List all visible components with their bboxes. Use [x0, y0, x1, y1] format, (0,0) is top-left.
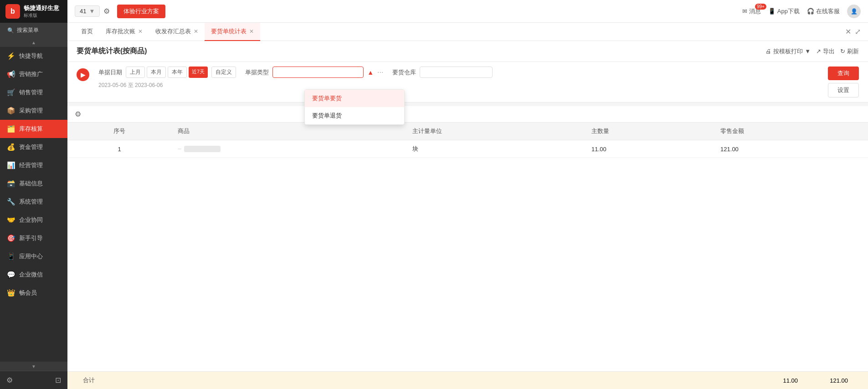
wechat-icon: 💬 — [6, 270, 15, 279]
store-name: 41 — [80, 8, 86, 15]
online-service-button[interactable]: 🎧 在线客服 — [807, 7, 840, 15]
tab-expand-icon[interactable]: ⤢ — [855, 27, 861, 36]
collapse-icon[interactable]: ⊡ — [55, 376, 61, 384]
message-button[interactable]: ✉ 消息 99+ — [742, 7, 761, 15]
date-tab-shang[interactable]: 上月 — [126, 67, 145, 78]
cell-seq: 1 — [67, 140, 171, 158]
service-label: 在线客服 — [816, 7, 840, 15]
date-range-display: 2023-05-06 至 2023-06-06 — [98, 82, 236, 89]
sidebar-scroll-down[interactable]: ▼ — [0, 362, 67, 371]
trial-button[interactable]: 体验行业方案 — [117, 5, 165, 18]
sidebar-item-purchase[interactable]: 📦 采购管理 — [0, 102, 67, 120]
sidebar-item-enterprise[interactable]: 🤝 企业协同 — [0, 211, 67, 229]
product-cell — [178, 146, 400, 152]
store-selector[interactable]: 41 ▼ — [75, 5, 100, 17]
col-seq: 序号 — [67, 123, 171, 140]
sidebar-item-finance[interactable]: 💰 资金管理 — [0, 138, 67, 156]
type-filter-input[interactable] — [272, 67, 364, 78]
cell-unit: 块 — [406, 140, 585, 158]
sidebar-scroll-up[interactable]: ▲ — [0, 38, 67, 47]
filter-dots-icon[interactable]: ··· — [377, 68, 383, 77]
topbar-right: ✉ 消息 99+ 📱 App下载 🎧 在线客服 👤 — [742, 5, 861, 18]
refresh-icon: ↻ — [840, 48, 845, 55]
sidebar-item-app-center[interactable]: 📱 应用中心 — [0, 247, 67, 266]
refresh-button[interactable]: ↻ 刷新 — [840, 47, 859, 56]
query-button[interactable]: 查询 — [828, 67, 859, 80]
dropdown-item-order-goods[interactable]: 要货单要货 — [305, 90, 404, 107]
tab-home[interactable]: 首页 — [75, 23, 99, 41]
base-info-icon: 🗃️ — [6, 179, 15, 188]
tab-stock-batch[interactable]: 库存批次账 ✕ — [99, 23, 149, 41]
type-filter-label: 单据类型 — [245, 68, 269, 77]
sidebar-item-label: 企业协同 — [19, 216, 61, 224]
type-filter-arrow-icon[interactable]: ▲ — [367, 69, 374, 76]
tab-stock-batch-close[interactable]: ✕ — [138, 28, 143, 35]
tab-close-all-icon[interactable]: ✕ — [845, 27, 851, 36]
app-download-button[interactable]: 📱 App下载 — [768, 7, 800, 15]
date-tab-ben[interactable]: 本月 — [147, 67, 166, 78]
dropdown-item-label: 要货单退货 — [312, 112, 342, 119]
app-download-icon: 📱 — [768, 8, 776, 15]
filter-settings-button[interactable]: 设置 — [828, 83, 859, 97]
print-icon: 🖨 — [765, 48, 771, 55]
tab-recv-send[interactable]: 收发存汇总表 ✕ — [149, 23, 205, 41]
quick-nav-icon: ⚡ — [6, 51, 15, 61]
sidebar-item-label: 经营管理 — [19, 161, 61, 169]
settings-footer-icon[interactable]: ⚙ — [6, 376, 13, 384]
message-badge: 99+ — [755, 4, 766, 10]
sidebar-item-newbie[interactable]: 🎯 新手引导 — [0, 229, 67, 247]
product-tag — [178, 148, 181, 149]
warehouse-filter-group: 要货仓库 — [392, 67, 493, 78]
refresh-label: 刷新 — [847, 47, 859, 56]
filter-expand-button[interactable]: ▶ — [77, 68, 89, 81]
store-arrow-icon: ▼ — [89, 8, 95, 15]
sidebar-search-button[interactable]: 🔍 搜索菜单 — [0, 23, 67, 38]
sidebar-item-wechat[interactable]: 💬 企业微信 — [0, 266, 67, 284]
type-filter-row: 单据类型 ▲ ··· — [245, 67, 383, 78]
sidebar-item-base-info[interactable]: 🗃️ 基础信息 — [0, 174, 67, 193]
sidebar-item-sales[interactable]: 🛒 销售管理 — [0, 83, 67, 102]
dropdown-item-order-return[interactable]: 要货单退货 — [305, 107, 404, 124]
app-logo-text: 畅捷通好生意 标准版 — [24, 5, 59, 18]
date-custom-button[interactable]: 自定义 — [211, 67, 236, 78]
tab-recv-send-close[interactable]: ✕ — [194, 28, 198, 35]
print-button[interactable]: 🖨 按模板打印 ▼ — [765, 47, 811, 56]
sidebar-item-marketing[interactable]: 📢 营销推广 — [0, 65, 67, 83]
export-button[interactable]: ↗ 导出 — [816, 47, 835, 56]
print-label: 按模板打印 — [773, 47, 803, 56]
page-header: 要货单统计表(按商品) 🖨 按模板打印 ▼ ↗ 导出 ↻ 刷新 — [67, 41, 868, 62]
sidebar-item-inventory[interactable]: 🗂️ 库存核算 — [0, 120, 67, 138]
member-icon: 👑 — [6, 288, 15, 297]
topbar-gear-icon[interactable]: ⚙ — [103, 7, 110, 15]
tab-order-stat[interactable]: 要货单统计表 ✕ — [205, 23, 260, 41]
enterprise-icon: 🤝 — [6, 215, 15, 225]
finance-icon: 💰 — [6, 143, 15, 152]
sidebar-item-label: 畅会员 — [19, 289, 61, 297]
app-logo-icon: b — [5, 4, 20, 19]
date-tab-recent[interactable]: 近7天 — [189, 67, 208, 78]
chevron-down-icon: ▼ — [31, 364, 36, 369]
sidebar-item-member[interactable]: 👑 畅会员 — [0, 284, 67, 302]
filter-actions: 查询 设置 — [828, 67, 859, 97]
tab-order-stat-close[interactable]: ✕ — [249, 28, 254, 35]
user-avatar[interactable]: 👤 — [847, 5, 861, 18]
app-center-icon: 📱 — [6, 252, 15, 261]
table-gear-icon[interactable]: ⚙ — [75, 110, 81, 118]
sidebar-item-label: 应用中心 — [19, 252, 61, 261]
sidebar-item-operations[interactable]: 📊 经营管理 — [0, 156, 67, 174]
date-tabs: 上月 本月 本年 近7天 — [126, 67, 208, 78]
page-title: 要货单统计表(按商品) — [77, 46, 147, 56]
system-icon: 🔧 — [6, 197, 15, 206]
col-unit: 主计量单位 — [406, 123, 585, 140]
sidebar-logo: b 畅捷通好生意 标准版 — [0, 0, 67, 23]
sidebar-item-system[interactable]: 🔧 系统管理 — [0, 193, 67, 211]
sidebar-item-quick-nav[interactable]: ⚡ 快捷导航 — [0, 47, 67, 65]
sidebar-item-label: 营销推广 — [19, 70, 61, 78]
date-tab-nian[interactable]: 本年 — [168, 67, 187, 78]
sidebar-item-label: 企业微信 — [19, 271, 61, 279]
cell-amount: 121.00 — [714, 140, 868, 158]
data-table: 序号 商品 主计量单位 主数量 零售金额 1 — [67, 123, 868, 158]
tab-bar: 首页 库存批次账 ✕ 收发存汇总表 ✕ 要货单统计表 ✕ ✕ ⤢ — [67, 23, 868, 41]
total-label: 合计 — [74, 376, 165, 384]
warehouse-filter-input[interactable] — [420, 67, 493, 78]
